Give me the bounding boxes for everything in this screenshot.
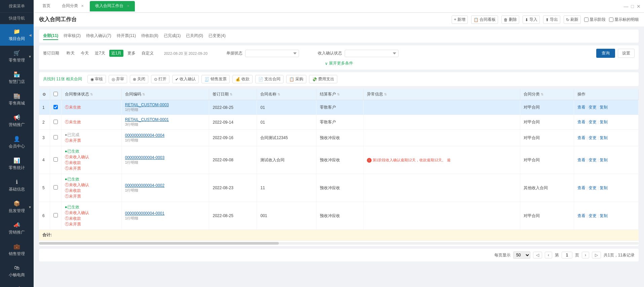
audit-button[interactable]: ◉ 审核 bbox=[87, 75, 106, 83]
edit-link[interactable]: 变更 bbox=[589, 135, 597, 140]
income-confirm-button[interactable]: ✔ 收入确认 bbox=[172, 75, 199, 83]
status-tab-pending-review[interactable]: 待审核(2) bbox=[64, 32, 81, 40]
contract-code-link[interactable]: 0000000000004-0004 bbox=[125, 133, 206, 138]
tab-contract-category[interactable]: 合同分类 ✕ bbox=[56, 1, 89, 11]
abandon-button[interactable]: ◎ 弃审 bbox=[109, 75, 127, 83]
edit-link[interactable]: 变更 bbox=[589, 120, 597, 124]
sidebar-search[interactable]: 搜索菜单 bbox=[0, 0, 34, 13]
sidebar-item-purchase[interactable]: 🛒 采购管理 bbox=[0, 282, 34, 287]
edit-link[interactable]: 变更 bbox=[589, 213, 597, 218]
col-customer[interactable]: 结算客户⇅ bbox=[316, 89, 363, 100]
first-page-btn[interactable]: ◁ bbox=[533, 252, 542, 258]
copy-link[interactable]: 复制 bbox=[600, 105, 608, 110]
sidebar-item-sales-mgmt[interactable]: 💼 销售管理 bbox=[0, 239, 34, 261]
row-checkbox[interactable] bbox=[53, 185, 58, 190]
sidebar-item-member[interactable]: 👤 会员中心 bbox=[0, 132, 34, 153]
copy-link[interactable]: 复制 bbox=[600, 120, 608, 124]
next-page-btn[interactable]: › bbox=[582, 252, 589, 258]
col-sign-date[interactable]: 签订日期⇅ bbox=[209, 89, 257, 100]
delete-button[interactable]: 🗑 删除 bbox=[501, 15, 519, 24]
expense-pay-button[interactable]: 💸 费用支出 bbox=[309, 75, 337, 83]
col-name[interactable]: 合同名称⇅ bbox=[257, 89, 316, 100]
last-page-btn[interactable]: ▷ bbox=[592, 252, 601, 258]
date-btn-more[interactable]: 更多 bbox=[125, 50, 138, 57]
show-fields-checkbox[interactable]: 显示阶段 bbox=[584, 17, 606, 23]
sidebar-quick-nav[interactable]: 快捷导航 bbox=[0, 13, 34, 24]
contract-code-link[interactable]: RETAIL_CUSTOM-0003 bbox=[125, 102, 206, 107]
row-checkbox[interactable] bbox=[53, 120, 58, 124]
purchase-button[interactable]: 📋 采购 bbox=[286, 75, 306, 83]
board-button[interactable]: 📋 合同看板 bbox=[471, 15, 498, 24]
maximize-btn[interactable]: □ bbox=[631, 4, 634, 9]
close-btn[interactable]: ✕ bbox=[637, 4, 641, 9]
new-button[interactable]: + 新增 bbox=[452, 15, 468, 24]
row-checkbox[interactable] bbox=[53, 157, 58, 162]
sidebar-item-xiaochang[interactable]: 🛍 小畅电商 bbox=[0, 261, 34, 282]
date-btn-last1m[interactable]: 近1月 bbox=[109, 50, 124, 57]
sidebar-item-project[interactable]: 📁 项目合同 ◀ bbox=[0, 24, 34, 46]
select-all-checkbox[interactable] bbox=[53, 92, 58, 96]
copy-link[interactable]: 复制 bbox=[600, 186, 608, 190]
import-button[interactable]: ⬇ 导入 bbox=[523, 15, 540, 24]
copy-link[interactable]: 复制 bbox=[600, 135, 608, 140]
col-code[interactable]: 合同编码⇅ bbox=[121, 89, 209, 100]
col-status[interactable]: 合同整体状态⇅ bbox=[61, 89, 121, 100]
contract-code-link[interactable]: 0000000000004-0001 bbox=[125, 211, 206, 216]
col-settings[interactable]: ⚙ bbox=[39, 89, 50, 100]
edit-link[interactable]: 变更 bbox=[589, 186, 597, 190]
view-link[interactable]: 查看 bbox=[577, 105, 585, 110]
view-link[interactable]: 查看 bbox=[577, 158, 585, 162]
sidebar-item-retail-stat[interactable]: 📊 零售统计 bbox=[0, 153, 34, 175]
edit-link[interactable]: 变更 bbox=[589, 158, 597, 162]
contract-code-link[interactable]: RETAIL_CUSTOM-0001 bbox=[125, 117, 206, 122]
show-detail-checkbox[interactable]: 显示标的明细 bbox=[609, 17, 639, 23]
date-btn-custom[interactable]: 自定义 bbox=[140, 50, 156, 57]
date-btn-last7[interactable]: 近7天 bbox=[93, 50, 107, 57]
copy-link[interactable]: 复制 bbox=[600, 158, 608, 162]
sidebar-item-marketing[interactable]: 📢 营销推广 bbox=[0, 110, 34, 132]
prev-page-btn[interactable]: ‹ bbox=[545, 252, 552, 258]
sidebar-item-retail-mall[interactable]: 🏬 零售商城 bbox=[0, 89, 34, 110]
horizontal-scrollbar[interactable] bbox=[39, 242, 639, 245]
query-button[interactable]: 查询 bbox=[596, 49, 615, 58]
expense-out-button[interactable]: 📄 支出合同 bbox=[255, 75, 283, 83]
sidebar-item-smart-store[interactable]: 🏪 智慧门店 bbox=[0, 67, 34, 89]
minimize-btn[interactable]: — bbox=[624, 4, 629, 9]
status-tab-all[interactable]: 全部(11) bbox=[43, 32, 58, 40]
view-link[interactable]: 查看 bbox=[577, 213, 585, 218]
doc-status-select[interactable] bbox=[245, 50, 299, 57]
expand-more-btn[interactable]: ∨ 展开更多条件 bbox=[325, 60, 353, 66]
contract-code-link[interactable]: 0000000000004-0003 bbox=[125, 155, 206, 160]
sidebar-item-marketing2[interactable]: 📣 营销推广 bbox=[0, 218, 34, 239]
status-tab-pending-confirm[interactable]: 待收入确认(7) bbox=[86, 32, 111, 40]
export-button[interactable]: ⬆ 导出 bbox=[543, 15, 560, 24]
edit-link[interactable]: 变更 bbox=[589, 105, 597, 110]
status-tab-closed[interactable]: 已关闭(0) bbox=[186, 32, 203, 40]
status-tab-pending-payment[interactable]: 待收款(8) bbox=[141, 32, 158, 40]
tab-close-contract-category[interactable]: ✕ bbox=[81, 4, 84, 8]
view-link[interactable]: 查看 bbox=[577, 120, 585, 124]
view-link[interactable]: 查看 bbox=[577, 186, 585, 190]
page-number-input[interactable] bbox=[562, 252, 572, 258]
status-tab-pending-invoice[interactable]: 待开票(11) bbox=[117, 32, 136, 40]
status-tab-completed[interactable]: 已完成(1) bbox=[164, 32, 181, 40]
refresh-button[interactable]: ↻ 刷新 bbox=[564, 15, 581, 24]
sales-invoice-button[interactable]: 🧾 销售发票 bbox=[201, 75, 230, 83]
tab-income-workbench[interactable]: 收入合同工作台 ✕ bbox=[90, 1, 135, 11]
date-btn-today[interactable]: 今天 bbox=[79, 50, 91, 57]
col-category[interactable]: 合同分类⇅ bbox=[520, 89, 574, 100]
open-contract-button[interactable]: ⊙ 打开 bbox=[151, 75, 169, 83]
contract-code-link[interactable]: 0000000000004-0002 bbox=[125, 183, 206, 188]
date-btn-yesterday[interactable]: 昨天 bbox=[65, 50, 77, 57]
tab-close-income-workbench[interactable]: ✕ bbox=[127, 4, 129, 8]
page-size-select[interactable]: 50 10 20 100 bbox=[513, 251, 530, 259]
close-contract-button[interactable]: ⊗ 关闭 bbox=[130, 75, 148, 83]
row-checkbox[interactable] bbox=[53, 105, 58, 109]
sidebar-item-base-info[interactable]: ℹ 基础信息 bbox=[0, 175, 34, 196]
payment-button[interactable]: 💰 收款 bbox=[232, 75, 253, 83]
scrollbar-thumb[interactable] bbox=[39, 242, 279, 245]
status-tab-changed[interactable]: 已变更(4) bbox=[209, 32, 226, 40]
sidebar-item-wholesale[interactable]: 📦 批发管理 ▼ bbox=[0, 196, 34, 218]
sidebar-item-retail[interactable]: 🛒 零售管理 ▼ bbox=[0, 46, 34, 67]
set-button[interactable]: 设置 bbox=[618, 49, 635, 58]
